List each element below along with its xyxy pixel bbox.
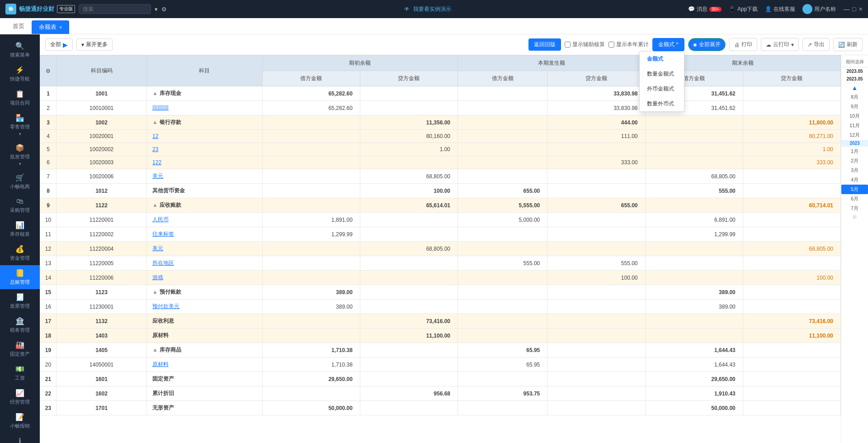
user-item[interactable]: 用户名称: [802, 4, 836, 14]
sidebar-item-project[interactable]: 📋 项目合同: [0, 86, 40, 110]
period-month-5[interactable]: 5月: [841, 185, 868, 194]
period-month-11[interactable]: 11月: [841, 121, 868, 130]
period-month-10[interactable]: 10月: [841, 111, 868, 121]
row-num-17: 18: [40, 329, 57, 343]
period-month-8[interactable]: 8月: [841, 92, 868, 102]
show-ytd-checkbox[interactable]: 显示本年累计: [609, 41, 649, 48]
period-month-12[interactable]: 12月: [841, 130, 868, 140]
period-month-7[interactable]: 7月: [841, 204, 868, 213]
row-subject-5[interactable]: 122: [147, 156, 263, 169]
sidebar-item-fixed-asset[interactable]: 🏭 固定资产: [0, 337, 40, 361]
online-service-item[interactable]: 👤 在线客服: [765, 5, 795, 13]
sidebar-item-payroll[interactable]: 💵 工资: [0, 361, 40, 385]
period-month-2[interactable]: 2月: [841, 156, 868, 166]
demo-text[interactable]: 我要看实例演示: [413, 5, 451, 13]
row-subject-12[interactable]: 所在地区: [147, 256, 263, 271]
sidebar-item-quick-nav[interactable]: ⚡ 快捷导航: [0, 62, 40, 86]
row-code-9: 11220001: [57, 213, 147, 227]
format-dropdown-button[interactable]: 金额式 ^: [652, 38, 684, 51]
row-subject-9[interactable]: 人民币: [147, 213, 263, 227]
row-subject-6[interactable]: 美元: [147, 169, 263, 184]
sidebar-item-base-info[interactable]: ℹ 基础信息: [0, 433, 40, 443]
row-subject-18: ▲库存商品: [147, 343, 263, 357]
sidebar-item-search[interactable]: 🔍 搜索菜单: [0, 38, 40, 62]
close-button[interactable]: ×: [859, 5, 863, 13]
expand-more-button[interactable]: ▾ 展开更多: [76, 38, 113, 51]
gear-header[interactable]: ⚙: [40, 56, 57, 86]
row-open-c-3: 80,160.00: [360, 130, 458, 143]
row-subject-13[interactable]: 游戏: [147, 271, 263, 285]
auxiliary-checkbox-input[interactable]: [565, 42, 571, 48]
sidebar-item-ecommerce[interactable]: 🛒 小畅电商: [0, 170, 40, 194]
row-open-d-11: [262, 242, 360, 256]
return-old-version-button[interactable]: 返回旧版: [528, 38, 561, 51]
sidebar-item-tax[interactable]: 🏦 税务管理: [0, 313, 40, 337]
cloud-print-label: 云打印: [773, 41, 789, 48]
sidebar-item-sales[interactable]: 📝 小畅报销: [0, 409, 40, 433]
sidebar-item-wholesale[interactable]: 📦 批发管理 ▾: [0, 140, 40, 170]
row-per-d-15: [458, 300, 547, 314]
toggle-icon: ◉: [693, 42, 697, 47]
format-option-amount[interactable]: 金额式: [640, 52, 684, 67]
sidebar-item-invoice[interactable]: 🧾 发票管理: [0, 289, 40, 313]
format-option-qty-amount[interactable]: 数量金额式: [640, 67, 684, 81]
period-month-1[interactable]: 1月: [841, 147, 868, 156]
format-option-qty-foreign[interactable]: 数量外币式: [640, 96, 684, 111]
row-subject-3[interactable]: 12: [147, 130, 263, 143]
row-subject-4[interactable]: 23: [147, 143, 263, 156]
period-year-2023[interactable]: 2023: [841, 140, 868, 147]
maximize-button[interactable]: □: [852, 5, 856, 13]
top-bar-right: 💬 消息 99+ 📱 App下载 👤 在线客服 用户名称 — □ ×: [688, 4, 863, 14]
sidebar-item-operations[interactable]: 📈 经营管理: [0, 385, 40, 409]
payroll-icon: 💵: [15, 365, 24, 373]
search-input[interactable]: [79, 4, 151, 14]
refresh-button[interactable]: 🔄 刷新: [833, 38, 863, 51]
sidebar-item-retail[interactable]: 🏪 零售管理 ▾: [0, 110, 40, 140]
period-up-arrow[interactable]: ▲: [851, 83, 859, 92]
period-month-3[interactable]: 3月: [841, 166, 868, 175]
row-per-c-8: 655.00: [547, 198, 645, 213]
row-subject-11[interactable]: 美元: [147, 242, 263, 256]
row-code-12: 11220005: [57, 256, 147, 271]
all-filter-button[interactable]: 全部 ▶: [45, 38, 73, 51]
sidebar-payroll-label: 工资: [15, 375, 25, 381]
gear-icon[interactable]: ⚙: [161, 6, 167, 13]
format-option-foreign[interactable]: 外币金额式: [640, 81, 684, 96]
row-code-13: 11220006: [57, 271, 147, 285]
app-download-item[interactable]: 📱 App下载: [729, 5, 758, 13]
row-num-21: 22: [40, 386, 57, 401]
message-item[interactable]: 💬 消息 99+: [688, 5, 722, 13]
row-open-d-17: [262, 329, 360, 343]
expand-icon[interactable]: ▾: [155, 6, 158, 13]
row-subject-10[interactable]: 往来标签: [147, 227, 263, 242]
cloud-print-button[interactable]: ☁ 云打印 ▾: [761, 38, 799, 51]
period-month-9[interactable]: 9月: [841, 102, 868, 111]
sidebar: 🔍 搜索菜单 ⚡ 快捷导航 📋 项目合同 🏪 零售管理 ▾ 📦 批发管理 ▾ 🛒…: [0, 34, 40, 443]
sidebar-item-purchase[interactable]: 🛍 采购管理: [0, 194, 40, 217]
minimize-button[interactable]: —: [843, 5, 849, 13]
row-subject-19[interactable]: 原材料: [147, 357, 263, 372]
show-auxiliary-checkbox[interactable]: 显示辅助核算: [565, 41, 605, 48]
print-button[interactable]: 🖨 打印: [729, 38, 757, 51]
sidebar-item-inventory[interactable]: 📊 库存核算: [0, 217, 40, 241]
export-label: 导出: [814, 41, 825, 48]
period-month-4[interactable]: 4月: [841, 175, 868, 185]
row-per-d-3: [458, 130, 547, 143]
sidebar-item-ledger[interactable]: 📒 总账管理: [0, 265, 40, 289]
search-sidebar-icon: 🔍: [15, 42, 24, 50]
tab-home[interactable]: 首页: [5, 19, 32, 34]
expand-all-toggle[interactable]: ◉ 全部展开: [688, 38, 726, 51]
row-open-c-19: [360, 357, 458, 372]
tab-close-icon[interactable]: ×: [59, 24, 62, 30]
online-service-label: 在线客服: [774, 5, 795, 13]
sidebar-item-capital[interactable]: 💰 资金管理: [0, 241, 40, 265]
ytd-checkbox-input[interactable]: [609, 42, 614, 48]
row-end-d-10: 1,299.99: [645, 227, 743, 242]
row-subject-1[interactable]: 回回回: [147, 101, 263, 115]
period-month-6[interactable]: 6月: [841, 194, 868, 204]
period-collapse-icon[interactable]: ◎: [852, 213, 858, 220]
row-subject-15[interactable]: 预付款美元: [147, 300, 263, 314]
export-button[interactable]: ↗ 导出: [802, 38, 830, 51]
tab-balance[interactable]: 余额表 ×: [32, 20, 69, 34]
row-per-c-7: [547, 184, 645, 198]
